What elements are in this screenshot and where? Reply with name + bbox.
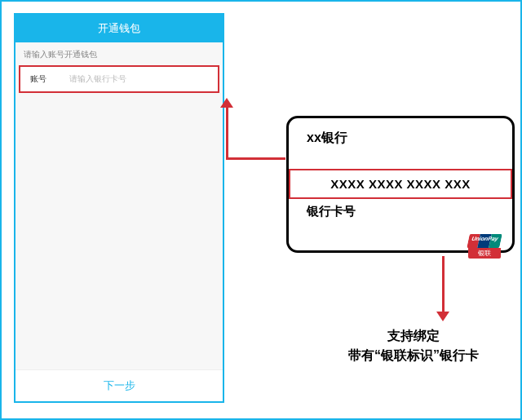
bank-name: xx银行 — [307, 130, 347, 147]
page-subtitle: 请输入账号开通钱包 — [15, 42, 223, 65]
bank-card-illustration: xx银行 XXXX XXXX XXXX XXX 银行卡号 UnionPay 银联 — [286, 116, 515, 253]
card-input-placeholder: 请输入银行卡号 — [69, 73, 126, 85]
card-input-label: 账号 — [30, 73, 46, 85]
support-line-2: 带有“银联标识”银行卡 — [348, 346, 479, 365]
unionpay-text-cn: 银联 — [468, 248, 501, 259]
arrow-icon — [442, 256, 445, 317]
page-title: 开通钱包 — [15, 15, 223, 42]
arrow-head-icon — [220, 98, 233, 108]
phone-mockup: 开通钱包 请输入账号开通钱包 账号 请输入银行卡号 下一步 — [14, 13, 224, 403]
card-number-label: 银行卡号 — [307, 204, 356, 219]
support-line-1: 支持绑定 — [348, 326, 479, 346]
card-input-row[interactable]: 账号 请输入银行卡号 — [19, 65, 219, 93]
next-button[interactable]: 下一步 — [15, 369, 223, 401]
card-number: XXXX XXXX XXXX XXX — [289, 169, 512, 199]
support-caption: 支持绑定 带有“银联标识”银行卡 — [348, 326, 479, 365]
unionpay-text-en: UnionPay — [470, 236, 500, 241]
unionpay-logo-icon: UnionPay 银联 — [468, 234, 501, 259]
arrow-icon — [226, 104, 285, 160]
arrow-head-icon — [436, 312, 449, 321]
